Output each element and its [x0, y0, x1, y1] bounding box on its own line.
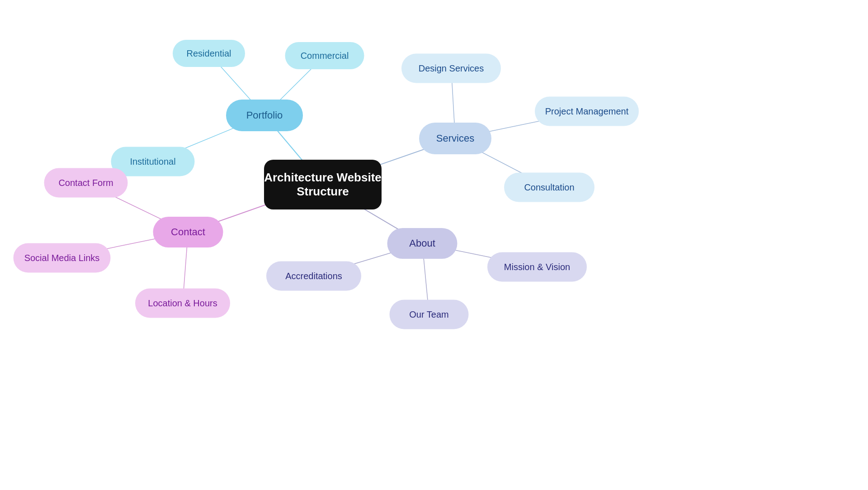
services-label: Services — [436, 133, 474, 144]
location-hours-node[interactable]: Location & Hours — [135, 289, 230, 318]
portfolio-label: Portfolio — [246, 109, 283, 121]
center-label: Architecture Website Structure — [264, 171, 382, 199]
design-services-label: Design Services — [419, 63, 484, 74]
location-hours-label: Location & Hours — [148, 298, 217, 309]
our-team-label: Our Team — [409, 309, 448, 320]
services-node[interactable]: Services — [419, 123, 491, 154]
project-management-label: Project Management — [545, 106, 629, 117]
commercial-label: Commercial — [301, 51, 349, 61]
institutional-label: Institutional — [130, 157, 175, 167]
mission-vision-node[interactable]: Mission & Vision — [487, 252, 587, 282]
portfolio-node[interactable]: Portfolio — [226, 100, 303, 131]
consultation-label: Consultation — [524, 182, 574, 193]
contact-node[interactable]: Contact — [153, 217, 223, 247]
consultation-node[interactable]: Consultation — [504, 173, 594, 202]
about-node[interactable]: About — [387, 228, 458, 259]
accreditations-label: Accreditations — [285, 271, 342, 281]
commercial-node[interactable]: Commercial — [285, 42, 364, 69]
mission-vision-label: Mission & Vision — [504, 262, 570, 272]
residential-label: Residential — [187, 48, 231, 59]
center-node: Architecture Website Structure — [264, 160, 382, 209]
project-management-node[interactable]: Project Management — [535, 97, 639, 126]
social-media-node[interactable]: Social Media Links — [14, 243, 111, 273]
contact-form-label: Contact Form — [58, 178, 113, 188]
residential-node[interactable]: Residential — [173, 40, 245, 67]
contact-form-node[interactable]: Contact Form — [44, 168, 128, 198]
design-services-node[interactable]: Design Services — [401, 54, 501, 83]
contact-label: Contact — [171, 226, 205, 238]
our-team-node[interactable]: Our Team — [390, 300, 469, 329]
accreditations-node[interactable]: Accreditations — [266, 262, 361, 291]
institutional-node[interactable]: Institutional — [111, 147, 195, 176]
about-label: About — [409, 238, 435, 249]
mindmap-container: Architecture Website Structure Portfolio… — [0, 0, 868, 490]
social-media-label: Social Media Links — [24, 253, 100, 263]
